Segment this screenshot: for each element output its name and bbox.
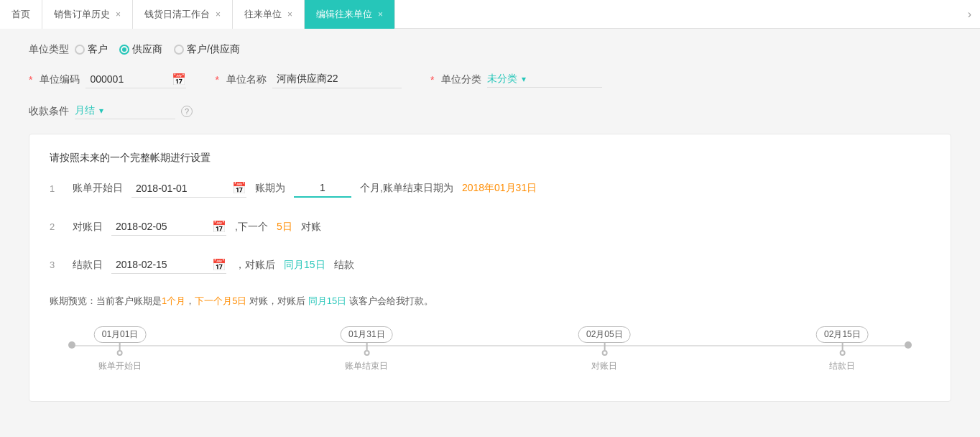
- payment-terms-row: 收款条件 月结 ▾ ?: [29, 103, 951, 119]
- page-content: 单位类型 客户 供应商 客户/供应商 * 单位编码: [0, 29, 980, 437]
- timeline-node-1-label: 账单开始日: [98, 360, 142, 372]
- period-row-3-date-wrapper: 📅: [111, 256, 226, 274]
- period-row-3-highlight: 同月15日: [284, 259, 325, 272]
- period-row-2-num: 2: [50, 221, 64, 232]
- unit-name-input[interactable]: [272, 70, 402, 88]
- unit-type-row: 单位类型 客户 供应商 客户/供应商: [29, 43, 951, 56]
- payment-terms-value: 月结: [75, 104, 95, 117]
- period-row-2-label: 对账日: [73, 221, 103, 234]
- payment-terms-field: 收款条件 月结 ▾ ?: [29, 103, 193, 119]
- unit-name-field: * 单位名称: [215, 70, 401, 88]
- preview-payment-day: 同月15日: [308, 295, 346, 306]
- period-row-2: 2 对账日 📅 ,下一个5日 对账: [50, 218, 930, 236]
- tab-edit-partner-unit-close[interactable]: ×: [378, 9, 383, 19]
- unit-name-required: *: [215, 74, 218, 86]
- period-card-title: 请按照未来的一个完整帐期进行设置: [50, 152, 930, 165]
- timeline-node-2-label: 账单结束日: [345, 360, 388, 372]
- period-row-1-date-wrapper: 📅: [131, 180, 246, 198]
- timeline-node-4-label: 结款日: [829, 360, 855, 372]
- tab-partner-unit[interactable]: 往来单位 ×: [233, 0, 305, 29]
- radio-customer-label: 客户: [88, 43, 108, 56]
- tab-cashflow-workbench-label: 钱货日清工作台: [144, 8, 210, 21]
- radio-both-circle: [174, 45, 184, 55]
- period-row-3-prefix: ，对账后: [235, 259, 275, 272]
- unit-category-arrow: ▾: [522, 74, 526, 84]
- timeline-track: [71, 345, 909, 346]
- payment-terms-help[interactable]: ?: [181, 106, 193, 117]
- timeline-node-3-tag: 02月05日: [578, 326, 631, 343]
- timeline-node-4-line: [841, 343, 843, 350]
- timeline-node-1-dot: [117, 350, 123, 356]
- period-row-2-date-wrapper: 📅: [111, 218, 226, 236]
- tab-partner-unit-close[interactable]: ×: [287, 9, 292, 19]
- period-row-3-label: 结款日: [73, 259, 103, 272]
- period-row-2-date-input[interactable]: [111, 218, 212, 235]
- period-row-1-date-input[interactable]: [131, 180, 232, 197]
- unit-category-select[interactable]: 未分类 ▾: [487, 71, 602, 88]
- unit-code-icon[interactable]: 📅: [172, 73, 186, 86]
- radio-customer[interactable]: 客户: [75, 43, 108, 56]
- period-row-3-calendar-icon[interactable]: 📅: [212, 258, 226, 272]
- timeline-node-3-label: 对账日: [591, 360, 617, 372]
- timeline-node-3: 02月05日 对账日: [578, 326, 631, 372]
- period-row-3: 3 结款日 📅 ，对账后 同月15日 结款: [50, 256, 930, 274]
- period-row-2-suffix: 对账: [301, 221, 321, 234]
- period-row-2-calendar-icon[interactable]: 📅: [212, 220, 226, 234]
- tab-cashflow-workbench[interactable]: 钱货日清工作台 ×: [133, 0, 233, 29]
- unit-code-required: *: [29, 74, 32, 86]
- payment-terms-select[interactable]: 月结 ▾: [75, 103, 175, 119]
- tab-sales-order-history-label: 销售订单历史: [54, 8, 110, 21]
- period-row-2-highlight: 5日: [277, 221, 292, 234]
- radio-customer-circle: [75, 45, 85, 55]
- period-row-1-label: 账单开始日: [73, 182, 123, 195]
- period-row-1-suffix-after: 个月,账单结束日期为: [360, 182, 453, 195]
- unit-code-input[interactable]: [85, 70, 172, 88]
- timeline-node-4-tag: 02月15日: [816, 326, 869, 343]
- tab-home[interactable]: 首页: [0, 0, 42, 29]
- preview-months: 1个月: [162, 295, 185, 306]
- tab-cashflow-workbench-close[interactable]: ×: [216, 9, 221, 19]
- tab-sales-order-history[interactable]: 销售订单历史 ×: [42, 0, 133, 29]
- period-row-2-prefix: ,下一个: [235, 221, 268, 234]
- tab-partner-unit-label: 往来单位: [244, 8, 282, 21]
- unit-name-input-wrapper: [272, 70, 402, 88]
- period-row-1-months-input[interactable]: [294, 179, 351, 198]
- radio-group: 客户 供应商 客户/供应商: [75, 43, 240, 56]
- unit-type-label: 单位类型: [29, 43, 69, 56]
- unit-code-field: * 单位编码 📅: [29, 70, 186, 88]
- unit-code-label: 单位编码: [40, 73, 80, 86]
- tab-edit-partner-unit[interactable]: 编辑往来单位 ×: [305, 0, 395, 29]
- unit-type-field: 单位类型 客户 供应商 客户/供应商: [29, 43, 240, 56]
- unit-category-field: * 单位分类 未分类 ▾: [430, 71, 602, 88]
- tab-more-button[interactable]: ›: [959, 8, 980, 21]
- period-row-1-calendar-icon[interactable]: 📅: [232, 181, 246, 195]
- radio-supplier[interactable]: 供应商: [119, 43, 162, 56]
- period-row-1-highlight-date: 2018年01月31日: [462, 182, 537, 195]
- preview-label: 账期预览：当前客户账期是: [50, 295, 162, 306]
- period-row-3-date-input[interactable]: [111, 256, 212, 273]
- preview-end: 该客户会给我打款。: [346, 295, 433, 306]
- period-row-3-num: 3: [50, 259, 64, 270]
- unit-category-label: 单位分类: [441, 73, 481, 86]
- period-row-1: 1 账单开始日 📅 账期为 个月,账单结束日期为 2018年01月31日: [50, 179, 930, 198]
- timeline: 01月01日 账单开始日 01月31日 账单结束日 02月05日 对账日: [50, 326, 930, 384]
- timeline-node-1-line: [119, 343, 121, 350]
- timeline-node-1: 01月01日 账单开始日: [94, 326, 147, 372]
- timeline-node-2-dot: [364, 350, 369, 356]
- timeline-node-3-dot: [601, 350, 607, 356]
- tabs-bar: 首页 销售订单历史 × 钱货日清工作台 × 往来单位 × 编辑往来单位 × ›: [0, 0, 980, 29]
- timeline-node-1-tag: 01月01日: [94, 326, 147, 343]
- unit-code-input-wrapper: 📅: [85, 70, 186, 88]
- timeline-start-dot: [68, 341, 75, 349]
- timeline-node-2-line: [366, 343, 367, 350]
- tab-sales-order-history-close[interactable]: ×: [116, 9, 121, 19]
- timeline-end-dot: [905, 341, 912, 349]
- unit-category-value: 未分类: [487, 73, 517, 86]
- period-card: 请按照未来的一个完整帐期进行设置 1 账单开始日 📅 账期为 个月,账单结束日期…: [29, 134, 951, 402]
- radio-both[interactable]: 客户/供应商: [174, 43, 240, 56]
- payment-terms-arrow: ▾: [99, 106, 103, 116]
- timeline-node-4-dot: [839, 350, 845, 356]
- period-row-1-num: 1: [50, 183, 64, 194]
- unit-info-row: * 单位编码 📅 * 单位名称 * 单位分类 未分类 ▾: [29, 70, 951, 88]
- timeline-node-2: 01月31日 账单结束日: [341, 326, 393, 372]
